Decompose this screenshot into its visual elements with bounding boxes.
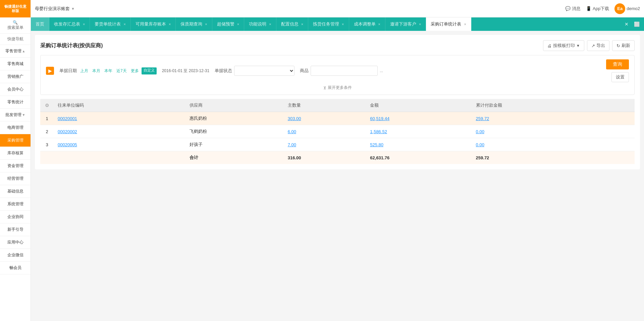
close-icon[interactable]: × [301, 22, 303, 26]
close-icon[interactable]: × [237, 22, 239, 26]
sidebar-item-inventory[interactable]: 库存核算 [0, 147, 31, 160]
sidebar-item-operations[interactable]: 经营管理 [0, 172, 31, 185]
app-download-button[interactable]: 📱 App下载 [586, 6, 609, 12]
expand-label: 展开更多条件 [328, 85, 352, 91]
tab-expiry-query[interactable]: 保质期查询 × [176, 17, 212, 31]
sidebar-item-label: 企业微信 [7, 252, 23, 258]
tab-available-stock[interactable]: 可用量库存账本 × [131, 17, 176, 31]
sidebar-item-quick-nav[interactable]: 快捷导航 [0, 34, 31, 45]
unit-code-link[interactable]: 00020001 [58, 116, 77, 121]
tab-purchase-stats[interactable]: 采购订单统计表 × [426, 17, 471, 31]
quantity-link[interactable]: 6.00 [288, 129, 296, 134]
tab-home[interactable]: 首页 [31, 17, 49, 31]
user-menu[interactable]: Ea demo2 [614, 3, 640, 14]
close-tab-button[interactable]: ✕ [622, 19, 631, 29]
main-area: 母婴行业演示账套 ▼ 💬 消息 📱 App下载 Ea demo2 首页 [31, 0, 644, 321]
close-icon[interactable]: × [464, 22, 466, 26]
export-icon: ↗ [591, 43, 595, 48]
quantity-link[interactable]: 7.00 [288, 142, 296, 147]
topbar-right: 💬 消息 📱 App下载 Ea demo2 [565, 3, 640, 14]
unit-code-link[interactable]: 00020005 [58, 142, 77, 147]
tab-pick-task[interactable]: 拣货任务管理 × [308, 17, 349, 31]
sidebar-item-basic-info[interactable]: 基础信息 [0, 185, 31, 198]
workspace-selector[interactable]: 母婴行业演示账套 ▼ [35, 6, 75, 12]
sidebar-item-ecommerce[interactable]: 电商管理 [0, 121, 31, 134]
sidebar-item-label: 快捷导航 [2, 36, 29, 42]
footer-label [54, 151, 185, 164]
date-shortcut-this-year[interactable]: 本年 [103, 67, 114, 74]
maximize-button[interactable]: ⬜ [632, 19, 641, 29]
footer-spacer [40, 151, 54, 164]
settings-button[interactable]: 设置 [611, 72, 629, 82]
print-button[interactable]: 🖨 按模板打印 ▼ [543, 40, 584, 51]
date-custom-badge[interactable]: 自定义 [142, 67, 157, 74]
close-icon[interactable]: × [378, 22, 380, 26]
date-shortcut-last-month[interactable]: 上月 [79, 67, 90, 74]
sidebar: 畅捷通好生意 标版 🔍 搜索菜单 快捷导航 零售管理 ▲ 零售商城 营销推广 会… [0, 0, 31, 321]
cell-quantity: 7.00 [284, 138, 366, 151]
tab-label: 首页 [36, 21, 44, 27]
close-icon[interactable]: × [419, 22, 421, 26]
cell-quantity: 303.00 [284, 112, 366, 125]
quantity-link[interactable]: 303.00 [288, 116, 301, 121]
footer-spacer2 [604, 151, 635, 164]
sidebar-item-label: 营销推广 [7, 74, 23, 79]
close-icon[interactable]: × [342, 22, 344, 26]
amount-link[interactable]: 1,586.52 [370, 129, 387, 134]
goods-input[interactable] [311, 66, 378, 76]
column-settings-icon[interactable]: ⚙ [45, 103, 49, 108]
tab-invite-customer[interactable]: 邀请下游客户 × [385, 17, 426, 31]
message-button[interactable]: 💬 消息 [565, 6, 581, 12]
tab-func-desc[interactable]: 功能说明 × [244, 17, 276, 31]
app-download-label: App下载 [593, 6, 609, 12]
sidebar-item-retail-stats[interactable]: 零售统计 [0, 96, 31, 109]
close-icon[interactable]: × [83, 22, 85, 26]
sidebar-item-retail[interactable]: 零售管理 ▲ [0, 45, 31, 58]
sidebar-item-member[interactable]: 会员中心 [0, 83, 31, 96]
sidebar-item-finance[interactable]: 资金管理 [0, 160, 31, 172]
close-icon[interactable]: × [169, 22, 171, 26]
amount-link[interactable]: 525.80 [370, 142, 383, 147]
sidebar-item-purchase[interactable]: 采购管理 [0, 134, 31, 147]
table-row: 2 00020002 飞鹤奶粉 6.00 1,586.52 0.00 [40, 125, 635, 138]
unit-code-link[interactable]: 00020002 [58, 129, 77, 134]
filter-toggle-button[interactable]: ▶ [46, 67, 54, 75]
status-select[interactable] [234, 66, 294, 76]
tab-collect-pay[interactable]: 收发存汇总表 × [49, 17, 90, 31]
sidebar-item-app-center[interactable]: 应用中心 [0, 236, 31, 249]
tab-label: 配置信息 [281, 21, 299, 27]
tab-label: 采购订单统计表 [431, 21, 461, 27]
sidebar-item-member2[interactable]: 畅会员 [0, 262, 31, 274]
date-shortcut-this-month[interactable]: 本月 [91, 67, 102, 74]
date-shortcut-more[interactable]: 更多 [129, 67, 140, 74]
tab-cost-adjust[interactable]: 成本调整单 × [349, 17, 385, 31]
expand-button[interactable]: ⊻ 展开更多条件 [323, 85, 352, 91]
sidebar-item-new-guide[interactable]: 新手引导 [0, 223, 31, 236]
close-icon[interactable]: × [269, 22, 271, 26]
refresh-button[interactable]: ↻ 刷新 [612, 40, 635, 51]
tab-config-info[interactable]: 配置信息 × [276, 17, 308, 31]
goods-more-button[interactable]: ... [380, 68, 383, 73]
tab-goods-stats[interactable]: 要货单统计表 × [90, 17, 130, 31]
sidebar-item-marketing[interactable]: 营销推广 [0, 70, 31, 83]
close-icon[interactable]: × [205, 22, 207, 26]
export-button[interactable]: ↗ 导出 [587, 40, 609, 51]
sidebar-item-enterprise[interactable]: 企业协同 [0, 211, 31, 223]
amount-link[interactable]: 60,519.44 [370, 116, 389, 121]
tab-overstock-warning[interactable]: 超储预警 × [212, 17, 244, 31]
close-icon[interactable]: × [123, 22, 125, 26]
sidebar-item-label: 应用中心 [7, 239, 23, 245]
footer-paid-amount: 259.72 [472, 151, 604, 164]
sidebar-item-search[interactable]: 🔍 搜索菜单 [0, 17, 31, 34]
sidebar-item-wholesale[interactable]: 批发管理 ▼ [0, 109, 31, 121]
download-icon: 📱 [586, 6, 591, 11]
date-shortcut-7days[interactable]: 近7天 [115, 67, 128, 74]
paid-amount-link[interactable]: 0.00 [476, 129, 484, 134]
query-button[interactable]: 查询 [606, 59, 629, 69]
cell-spacer [604, 138, 635, 151]
sidebar-item-enterprise-wechat[interactable]: 企业微信 [0, 249, 31, 262]
sidebar-item-retail-mall[interactable]: 零售商城 [0, 58, 31, 70]
paid-amount-link[interactable]: 259.72 [476, 116, 489, 121]
sidebar-item-system[interactable]: 系统管理 [0, 198, 31, 211]
paid-amount-link[interactable]: 0.00 [476, 142, 484, 147]
